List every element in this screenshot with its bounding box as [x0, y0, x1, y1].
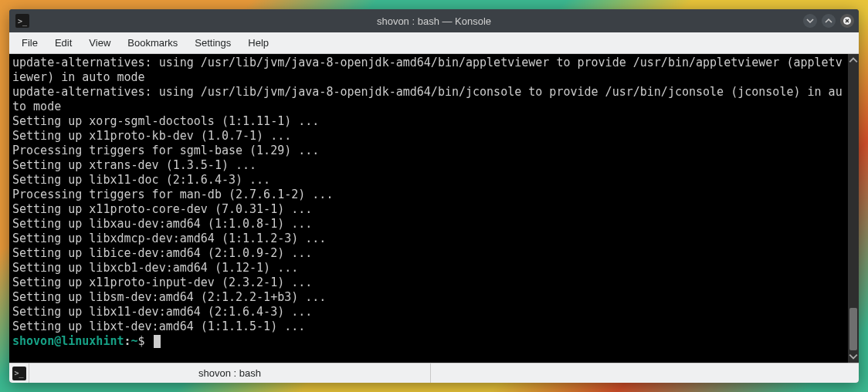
terminal-area: update-alternatives: using /usr/lib/jvm/…: [9, 54, 859, 363]
tabbar: >_ shovon : bash: [9, 363, 859, 383]
menu-bookmarks[interactable]: Bookmarks: [120, 34, 185, 52]
konsole-window: >_ shovon : bash — Konsole File Edit Vie…: [9, 9, 859, 383]
cursor: [154, 335, 161, 348]
scroll-up-icon[interactable]: [849, 56, 858, 65]
menu-settings[interactable]: Settings: [187, 34, 239, 52]
tab-active[interactable]: shovon : bash: [29, 363, 431, 383]
close-button[interactable]: [840, 14, 854, 28]
terminal-icon: >_: [12, 367, 26, 380]
menu-help[interactable]: Help: [240, 34, 276, 52]
terminal-output[interactable]: update-alternatives: using /usr/lib/jvm/…: [9, 54, 848, 363]
chevron-down-icon: [806, 17, 814, 25]
scrollbar[interactable]: [848, 54, 859, 363]
maximize-button[interactable]: [822, 14, 836, 28]
scrollbar-track[interactable]: [849, 66, 857, 350]
minimize-button[interactable]: [803, 14, 817, 28]
menu-view[interactable]: View: [81, 34, 118, 52]
window-title: shovon : bash — Konsole: [9, 15, 859, 27]
titlebar[interactable]: >_ shovon : bash — Konsole: [9, 9, 859, 32]
chevron-up-icon: [825, 17, 832, 25]
window-controls: [803, 14, 854, 28]
scroll-down-icon[interactable]: [849, 352, 858, 361]
tab-label: shovon : bash: [198, 367, 261, 379]
app-icon: >_: [15, 14, 29, 28]
menu-file[interactable]: File: [14, 34, 46, 52]
scrollbar-thumb[interactable]: [849, 308, 857, 350]
close-icon: [843, 17, 851, 25]
menubar: File Edit View Bookmarks Settings Help: [9, 32, 859, 54]
new-tab-button[interactable]: >_: [9, 363, 29, 383]
menu-edit[interactable]: Edit: [47, 34, 80, 52]
